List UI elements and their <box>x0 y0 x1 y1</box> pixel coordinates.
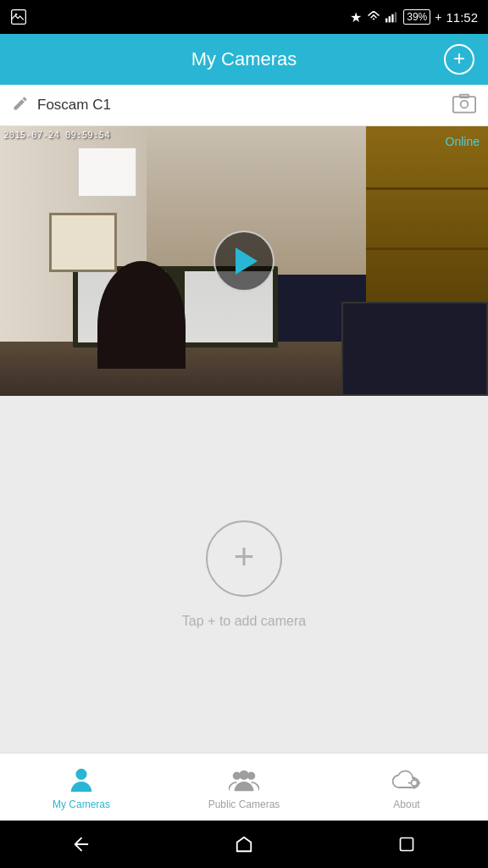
calendar-decoration <box>78 147 136 196</box>
about-tab-label: About <box>393 798 419 810</box>
play-triangle-icon <box>236 248 258 275</box>
add-camera-header-button[interactable]: + <box>444 44 474 75</box>
svg-point-7 <box>461 101 469 108</box>
nav-recents-button[interactable] <box>390 827 424 861</box>
tab-bar: My Cameras Public Cameras <box>0 753 488 821</box>
svg-rect-4 <box>391 14 393 23</box>
public-cameras-tab-label: Public Cameras <box>208 798 280 810</box>
add-camera-plus-icon: + <box>234 539 255 575</box>
camera-thumbnail[interactable]: 2015-07-24 09:59:54 Online <box>0 126 488 396</box>
camera-timestamp: 2015-07-24 09:59:54 <box>3 130 110 141</box>
nav-back-button[interactable] <box>64 827 98 861</box>
my-cameras-tab-icon <box>66 765 97 795</box>
camera-status-badge: Online <box>446 135 480 148</box>
star-icon: ★ <box>350 9 362 25</box>
tab-public-cameras[interactable]: Public Cameras <box>163 754 325 821</box>
tab-about[interactable]: About <box>325 754 488 821</box>
wifi-icon <box>366 11 381 23</box>
status-bar-right: ★ 39% + 11:52 <box>350 9 478 25</box>
monitor-decoration <box>341 302 488 396</box>
nav-home-button[interactable] <box>227 827 261 861</box>
battery-indicator: 39% <box>403 9 430 25</box>
svg-rect-6 <box>453 97 475 112</box>
screenshot-icon[interactable] <box>452 93 476 117</box>
svg-rect-18 <box>401 838 413 851</box>
about-tab-icon <box>391 765 422 795</box>
header-title: My Cameras <box>191 48 297 70</box>
add-camera-section: + Tap + to add camera <box>0 396 488 753</box>
tab-my-cameras[interactable]: My Cameras <box>0 754 163 821</box>
signal-icon <box>385 11 399 23</box>
public-cameras-tab-icon <box>229 765 259 795</box>
battery-charging-icon: + <box>435 10 441 24</box>
status-time: 11:52 <box>446 10 478 25</box>
camera-name-area: Foscam C1 <box>12 95 111 115</box>
camera-name-label: Foscam C1 <box>37 97 111 114</box>
add-camera-button[interactable]: + <box>206 520 282 597</box>
play-button[interactable] <box>214 231 274 292</box>
android-nav-bar <box>0 821 488 868</box>
app-header: My Cameras + <box>0 34 488 85</box>
svg-rect-3 <box>389 16 391 22</box>
camera-card: Foscam C1 <box>0 85 488 396</box>
status-bar: ★ 39% + 11:52 <box>0 0 488 34</box>
gallery-icon <box>10 8 27 25</box>
edit-camera-icon[interactable] <box>12 95 29 115</box>
status-bar-left <box>10 8 27 25</box>
svg-rect-2 <box>385 19 387 23</box>
svg-point-13 <box>411 780 417 786</box>
add-camera-hint-text: Tap + to add camera <box>182 614 306 629</box>
picture-frame-decoration <box>49 213 118 272</box>
svg-point-12 <box>239 770 248 779</box>
svg-point-9 <box>75 768 86 779</box>
camera-card-header: Foscam C1 <box>0 85 488 126</box>
my-cameras-tab-label: My Cameras <box>53 798 110 810</box>
svg-rect-5 <box>395 12 396 22</box>
